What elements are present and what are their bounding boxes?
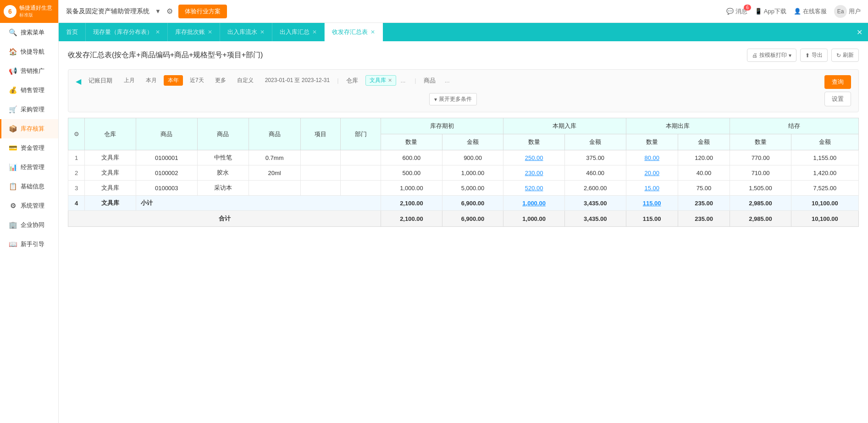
row-code: 0100003 <box>136 181 197 196</box>
subtotal-name: 小计 <box>136 196 381 211</box>
col-group-opening: 库存期初 <box>381 118 503 134</box>
subtotal-row: 4 文具库 小计 2,100.00 6,900.00 1,000.00 3,43… <box>68 196 859 211</box>
settings-icon[interactable]: ⚙ <box>166 7 173 16</box>
sidebar-item-purchase[interactable]: 🛒采购管理 <box>0 100 58 119</box>
subtotal-open-amt: 6,900.00 <box>442 196 503 211</box>
row-project <box>300 150 341 165</box>
sidebar-item-finance[interactable]: 💳资金管理 <box>0 138 58 158</box>
user-action[interactable]: Ea 用户 <box>834 5 861 18</box>
total-out-qty: 115.00 <box>626 211 678 227</box>
sidebar-item-label: 系统管理 <box>21 202 44 210</box>
row-out-amt: 75.00 <box>678 181 730 196</box>
sidebar-item-inventory[interactable]: 📦库存核算 <box>0 119 58 138</box>
sidebar-item-label: 基础信息 <box>21 182 44 191</box>
subtotal-warehouse: 文具库 <box>85 196 136 211</box>
sidebar-item-corp[interactable]: 🏢企业协同 <box>0 215 58 235</box>
tab-inout-flow[interactable]: 出入库流水✕ <box>220 23 272 41</box>
set-button[interactable]: 设置 <box>824 92 851 106</box>
main-area: 装备及固定资产辅助管理系统 ▼ ⚙ 体验行业方案 💬 消息 6 📱 App下载 … <box>59 0 868 423</box>
sidebar-item-system[interactable]: ⚙系统管理 <box>0 196 58 215</box>
table-row: 3 文具库 0100003 采访本 1,000.00 5,000.00 520.… <box>68 181 859 196</box>
page-title-bar: 收发存汇总表(按仓库+商品编码+商品+规格型号+项目+部门) 🖨 按模板打印 ▾… <box>68 49 859 62</box>
date-btn-上月[interactable]: 上月 <box>120 75 139 86</box>
system-title: 装备及固定资产辅助管理系统 <box>66 7 149 16</box>
sidebar-item-label: 企业协同 <box>21 221 44 229</box>
total-open-qty: 2,100.00 <box>381 211 442 227</box>
page-title: 收发存汇总表(按仓库+商品编码+商品+规格型号+项目+部门) <box>68 50 263 60</box>
printer-icon: 🖨 <box>752 52 757 59</box>
sidebar-item-operations[interactable]: 📊经营管理 <box>0 158 58 177</box>
date-btn-更多[interactable]: 更多 <box>211 75 230 86</box>
message-action[interactable]: 💬 消息 6 <box>726 7 747 16</box>
row-num: 3 <box>68 181 85 196</box>
subtotal-out-qty[interactable]: 115.00 <box>626 196 678 211</box>
tab-close-inventory-dist[interactable]: ✕ <box>155 29 160 35</box>
date-btn-近7天[interactable]: 近7天 <box>186 75 208 86</box>
sidebar-item-label: 快捷导航 <box>21 48 44 56</box>
close-all-tabs[interactable]: ✕ <box>851 28 868 37</box>
col-in-amt: 金额 <box>564 134 626 150</box>
sidebar-item-label: 采购管理 <box>21 105 44 114</box>
tab-close-inout-summary[interactable]: ✕ <box>312 29 317 35</box>
export-button[interactable]: ⬆ 导出 <box>800 49 828 62</box>
tab-label-inout-flow: 出入库流水 <box>227 28 257 36</box>
row-dept <box>341 165 381 181</box>
row-out-amt: 40.00 <box>678 165 730 181</box>
system-dropdown[interactable]: ▼ <box>155 8 161 15</box>
try-button[interactable]: 体验行业方案 <box>178 5 227 18</box>
date-btn-本月[interactable]: 本月 <box>142 75 161 86</box>
subtotal-close-qty: 2,985.00 <box>730 196 791 211</box>
print-button[interactable]: 🖨 按模板打印 ▾ <box>747 49 796 62</box>
sidebar-item-marketing[interactable]: 📢营销推广 <box>0 61 58 81</box>
total-in-qty: 1,000.00 <box>503 211 565 227</box>
warehouse-dots[interactable]: ... <box>399 77 408 84</box>
phone-icon: 📱 <box>755 8 762 15</box>
total-label: 合计 <box>68 211 381 227</box>
col-in-qty: 数量 <box>503 134 565 150</box>
row-out-amt: 120.00 <box>678 150 730 165</box>
expand-conditions-button[interactable]: ▾ 展开更多条件 <box>429 93 477 105</box>
refresh-button[interactable]: ↻ 刷新 <box>831 49 859 62</box>
col-header-code: 商品 <box>136 118 197 150</box>
row-out-qty[interactable]: 15.00 <box>626 181 678 196</box>
page-title-actions: 🖨 按模板打印 ▾ ⬆ 导出 ↻ 刷新 <box>747 49 859 62</box>
sidebar-item-basic-info[interactable]: 📋基础信息 <box>0 177 58 196</box>
tab-inout-summary[interactable]: 出入库汇总✕ <box>272 23 325 41</box>
row-in-qty[interactable]: 520.00 <box>503 181 565 196</box>
app-download-action[interactable]: 📱 App下载 <box>755 7 786 16</box>
sidebar-item-sales[interactable]: 💰销售管理 <box>0 81 58 100</box>
row-out-qty[interactable]: 20.00 <box>626 165 678 181</box>
row-in-qty[interactable]: 230.00 <box>503 165 565 181</box>
tab-close-inout-flow[interactable]: ✕ <box>260 29 265 35</box>
sidebar-item-quick-nav[interactable]: 🏠快捷导航 <box>0 42 58 61</box>
query-button[interactable]: 查询 <box>824 75 851 89</box>
collapse-filter-icon[interactable]: ◀ <box>76 77 81 86</box>
date-btn-自定义[interactable]: 自定义 <box>233 75 258 86</box>
date-btn-本年[interactable]: 本年 <box>164 75 183 86</box>
col-group-closing: 结存 <box>730 118 859 134</box>
row-out-qty[interactable]: 80.00 <box>626 150 678 165</box>
page-content: 收发存汇总表(按仓库+商品编码+商品+规格型号+项目+部门) 🖨 按模板打印 ▾… <box>59 41 868 423</box>
tab-recv-send[interactable]: 收发存汇总表✕ <box>325 23 383 41</box>
goods-dots[interactable]: ... <box>443 77 452 84</box>
table-settings-col[interactable]: ⚙ <box>68 118 85 150</box>
tab-batch[interactable]: 库存批次账✕ <box>168 23 220 41</box>
row-open-amt: 1,000.00 <box>442 165 503 181</box>
subtotal-open-qty: 2,100.00 <box>381 196 442 211</box>
tab-close-recv-send[interactable]: ✕ <box>370 29 375 35</box>
expand-icon: ▾ <box>434 96 437 103</box>
subtotal-in-qty[interactable]: 1,000.00 <box>503 196 565 211</box>
sidebar-item-search[interactable]: 🔍搜索菜单 <box>0 23 58 42</box>
tab-close-batch[interactable]: ✕ <box>208 29 212 35</box>
online-service-action[interactable]: 👤 在线客服 <box>794 7 827 16</box>
col-open-qty: 数量 <box>381 134 442 150</box>
col-header-name: 商品 <box>197 118 249 150</box>
col-close-amt: 金额 <box>791 134 858 150</box>
tab-inventory-dist[interactable]: 现存量（库存分布表）✕ <box>86 23 168 41</box>
avatar: Ea <box>834 5 847 18</box>
warehouse-tag-close[interactable]: ✕ <box>388 77 392 83</box>
row-open-qty: 600.00 <box>381 150 442 165</box>
row-in-qty[interactable]: 250.00 <box>503 150 565 165</box>
tab-home[interactable]: 首页 <box>59 23 86 41</box>
sidebar-item-guide[interactable]: 📖新手引导 <box>0 235 58 254</box>
